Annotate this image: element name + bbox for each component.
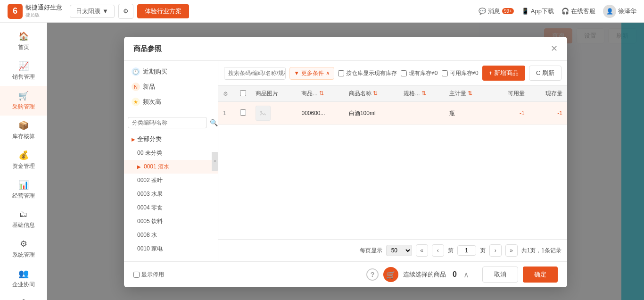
show-stock-checkbox-label[interactable]: 按仓库显示现有库存 — [338, 69, 397, 77]
col-unit[interactable]: 主计量 ⇅ — [445, 86, 491, 102]
nav-selector[interactable]: 日太阳膜 ▼ — [70, 5, 115, 18]
tree-drinks[interactable]: 0005 饮料 — [124, 215, 218, 228]
filter-icon: ▼ — [294, 70, 299, 76]
filter-button[interactable]: ▼ 更多条件 ∧ — [289, 67, 334, 80]
sidebar-item-basics[interactable]: 🗂 基础信息 — [0, 205, 47, 234]
collapse-filter-icon: ∧ — [326, 70, 330, 76]
page-size-select[interactable]: 20 50 100 — [386, 245, 412, 256]
trial-button[interactable]: 体验行业方案 — [137, 4, 189, 18]
per-page-label: 每页显示 — [360, 247, 382, 255]
sidebar-item-inventory[interactable]: 📦 库存核算 — [0, 116, 47, 145]
col-spec[interactable]: 规格... ⇅ — [399, 86, 445, 102]
tree-uncategorized[interactable]: 00 未分类 — [124, 146, 218, 160]
sidebar-sales-label: 销售管理 — [12, 73, 35, 81]
confirm-button[interactable]: 确定 — [523, 267, 558, 283]
sidebar-item-guide[interactable]: 🎓 新手引导 — [0, 293, 47, 300]
modal-footer: 显示停用 ? 🛒 连续选择的商品 0 ∧ 取消 确定 — [124, 261, 567, 287]
page-number-input[interactable] — [457, 245, 476, 256]
pagination: 每页显示 20 50 100 « ‹ 第 页 › — [218, 239, 567, 261]
main-layout: 🏠 首页 📈 销售管理 🛒 采购管理 📦 库存核算 💰 资金管理 📊 经营管理 … — [0, 23, 644, 300]
tree-fruit[interactable]: 0003 水果 — [124, 187, 218, 201]
cart-label: 连续选择的商品 — [403, 270, 446, 279]
show-stock-checkbox[interactable] — [338, 70, 344, 76]
col-checkbox — [235, 86, 251, 102]
modal-close-button[interactable]: ✕ — [551, 43, 558, 54]
category-search-icon[interactable]: 🔍 — [210, 119, 218, 126]
stock-nonzero-checkbox[interactable] — [401, 70, 407, 76]
select-all-checkbox[interactable] — [240, 90, 246, 96]
show-disabled-label[interactable]: 显示停用 — [133, 271, 164, 279]
fruit-label: 0003 水果 — [137, 190, 163, 198]
col-stock[interactable]: 现存量 — [529, 86, 567, 102]
gear-button[interactable]: ⚙ — [118, 4, 133, 19]
row-checkbox-cell — [235, 102, 251, 125]
sidebar-inventory-label: 库存核算 — [12, 133, 35, 141]
stock-nonzero-checkbox-label[interactable]: 现有库存≠0 — [401, 69, 438, 77]
footer-center: ? 🛒 连续选择的商品 0 ∧ — [366, 267, 469, 282]
logo-text: 畅捷通好生意 — [25, 4, 62, 12]
online-service-label: 在线客服 — [571, 7, 595, 16]
sidebar-item-operations[interactable]: 📊 经营管理 — [0, 175, 47, 205]
toolbar: 🔍 ▼ 更多条件 ∧ 按仓库显示现有库存 — [218, 61, 567, 86]
product-search-input[interactable] — [224, 67, 286, 79]
online-service-item[interactable]: 🎧 在线客服 — [561, 7, 595, 16]
category-search-input[interactable] — [128, 117, 207, 128]
table-row[interactable]: 1 — [218, 102, 567, 125]
product-table: ⚙ 商品图片 — [218, 86, 567, 125]
first-page-button[interactable]: « — [416, 244, 428, 257]
last-page-button[interactable]: » — [505, 244, 518, 257]
quick-new[interactable]: N 新品 — [128, 80, 214, 94]
sidebar-item-system[interactable]: ⚙ 系统管理 — [0, 234, 47, 264]
row-image-cell — [251, 102, 297, 125]
sort-name-icon: ⇅ — [373, 90, 378, 97]
expand-arrow: ▶ — [137, 164, 141, 169]
col-code[interactable]: 商品... ⇅ — [297, 86, 344, 102]
add-product-button[interactable]: + 新增商品 — [482, 66, 525, 81]
logo-text-wrap: 畅捷通好生意 捷员版 — [25, 4, 62, 18]
next-page-button[interactable]: › — [489, 244, 502, 257]
selected-count: 0 — [453, 270, 457, 279]
tree-all-categories[interactable]: ▶ 全部分类 — [124, 132, 218, 146]
sidebar-item-enterprise[interactable]: 👥 企业协同 — [0, 264, 47, 293]
tree-water[interactable]: 0008 水 — [124, 228, 218, 242]
available-nonzero-checkbox-label[interactable]: 可用库存≠0 — [442, 69, 479, 77]
user-profile[interactable]: 👤 徐泽华 — [603, 5, 636, 18]
col-available[interactable]: 可用量 — [491, 86, 529, 102]
panel-collapse-button[interactable]: « — [212, 152, 218, 171]
tree-appliances[interactable]: 0010 家电 — [124, 242, 218, 256]
refresh-button[interactable]: C 刷新 — [529, 66, 561, 81]
app-download-item[interactable]: 📱 App下载 — [521, 7, 554, 16]
alcohol-label: 0001 酒水 — [144, 163, 169, 171]
tree-alcohol[interactable]: ▶ 0001 酒水 — [124, 160, 218, 174]
sidebar-purchase-label: 采购管理 — [12, 103, 35, 111]
quick-recent-purchase[interactable]: 🕐 近期购买 — [128, 65, 214, 79]
sidebar-basics-label: 基础信息 — [12, 221, 35, 229]
available-nonzero-checkbox[interactable] — [442, 70, 448, 76]
sidebar-item-home[interactable]: 🏠 首页 — [0, 26, 47, 56]
tree-snacks[interactable]: 0004 零食 — [124, 201, 218, 215]
collapse-button[interactable]: ∧ — [463, 270, 469, 279]
col-name[interactable]: 商品名称 ⇅ — [344, 86, 399, 102]
selector-label: 日太阳膜 — [76, 7, 100, 16]
sidebar-item-finance[interactable]: 💰 资金管理 — [0, 145, 47, 175]
row-checkbox[interactable] — [240, 109, 246, 116]
modal-overlay: 商品参照 ✕ 🕐 近期购买 N 新 — [47, 23, 644, 300]
tree-tea[interactable]: 0002 茶叶 — [124, 174, 218, 187]
all-categories-label: 全部分类 — [137, 135, 162, 143]
sidebar-item-purchase[interactable]: 🛒 采购管理 — [0, 86, 47, 116]
messages-item[interactable]: 💬 消息 99+ — [479, 7, 514, 16]
sidebar-system-label: 系统管理 — [12, 251, 35, 259]
total-pages-text: 共1页，1条记录 — [521, 247, 561, 255]
show-disabled-checkbox[interactable] — [133, 272, 140, 278]
water-label: 0008 水 — [137, 231, 157, 239]
gear-icon[interactable]: ⚙ — [223, 91, 228, 97]
show-stock-label: 按仓库显示现有库存 — [346, 69, 397, 77]
prev-page-button[interactable]: ‹ — [432, 244, 444, 257]
sidebar-item-sales[interactable]: 📈 销售管理 — [0, 56, 47, 86]
help-button[interactable]: ? — [366, 268, 379, 281]
col-available-label: 可用量 — [508, 90, 525, 97]
cancel-button[interactable]: 取消 — [482, 267, 518, 283]
quick-frequent[interactable]: ★ 频次高 — [128, 95, 214, 109]
recent-purchase-label: 近期购买 — [143, 67, 167, 76]
app-download-label: App下载 — [531, 7, 554, 16]
